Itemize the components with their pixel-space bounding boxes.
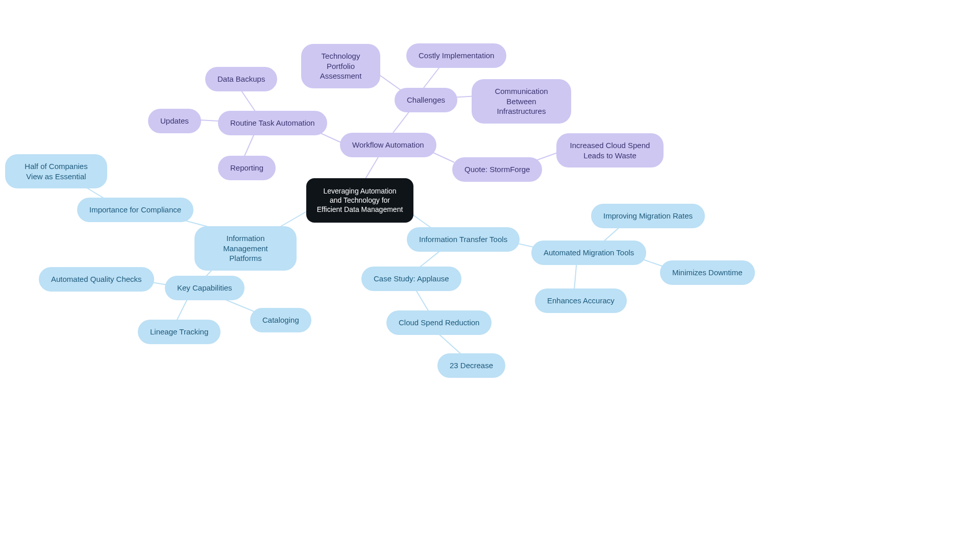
node-minimizes-downtime[interactable]: Minimizes Downtime	[660, 260, 755, 285]
node-half-companies[interactable]: Half of Companies View as Essential	[5, 154, 107, 188]
node-stormforge[interactable]: Quote: StormForge	[452, 157, 542, 182]
node-challenges[interactable]: Challenges	[395, 88, 457, 112]
node-enhances-accuracy[interactable]: Enhances Accuracy	[535, 288, 627, 313]
node-case-applause[interactable]: Case Study: Applause	[361, 267, 461, 291]
node-workflow-automation[interactable]: Workflow Automation	[340, 133, 436, 157]
node-automated-migration[interactable]: Automated Migration Tools	[531, 241, 646, 265]
node-info-transfer[interactable]: Information Transfer Tools	[407, 227, 520, 252]
node-improving-migration[interactable]: Improving Migration Rates	[591, 204, 705, 228]
node-comm-infra[interactable]: Communication Between Infrastructures	[472, 79, 571, 124]
node-cloud-waste[interactable]: Increased Cloud Spend Leads to Waste	[556, 133, 664, 167]
svg-line-25	[436, 332, 462, 355]
svg-line-22	[574, 260, 577, 290]
node-data-backups[interactable]: Data Backups	[205, 67, 277, 91]
node-routine-task[interactable]: Routine Task Automation	[218, 111, 327, 135]
node-info-mgmt[interactable]: Information Management Platforms	[194, 226, 297, 271]
node-auto-quality[interactable]: Automated Quality Checks	[39, 267, 154, 292]
node-tech-portfolio[interactable]: Technology Portfolio Assessment	[301, 44, 380, 88]
node-updates[interactable]: Updates	[148, 109, 201, 133]
node-decrease-23[interactable]: 23 Decrease	[437, 353, 505, 378]
node-reporting[interactable]: Reporting	[218, 156, 276, 180]
svg-line-16	[176, 296, 189, 322]
node-costly-impl[interactable]: Costly Implementation	[406, 43, 506, 68]
node-key-capabilities[interactable]: Key Capabilities	[165, 276, 244, 300]
node-importance-compliance[interactable]: Importance for Compliance	[77, 198, 193, 222]
node-lineage[interactable]: Lineage Tracking	[138, 320, 220, 344]
node-cloud-spend-reduction[interactable]: Cloud Spend Reduction	[386, 310, 492, 335]
root-node[interactable]: Leveraging Automation and Technology for…	[306, 178, 413, 223]
svg-line-4	[243, 132, 255, 158]
node-cataloging[interactable]: Cataloging	[250, 308, 311, 332]
